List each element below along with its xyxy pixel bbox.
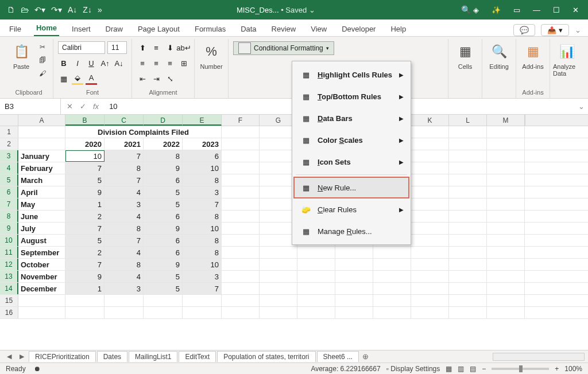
menu-icon-sets[interactable]: ▦Icon Sets▶ [293,151,409,173]
row-header[interactable]: 10 [0,235,18,246]
cut-icon[interactable]: ✂ [37,41,48,53]
tab-developer[interactable]: Developer [339,21,378,36]
cell[interactable] [449,247,487,258]
cell[interactable] [222,162,260,174]
cell[interactable] [411,186,449,198]
tab-page-layout[interactable]: Page Layout [136,21,182,36]
menu-new-rule[interactable]: ▦New Rule... [293,177,409,198]
orientation-icon[interactable]: ⤡ [164,72,176,85]
cell[interactable]: 7 [105,174,144,186]
cell[interactable] [297,307,335,318]
cell[interactable] [335,283,373,294]
col-header[interactable]: F [222,115,260,126]
tab-draw[interactable]: Draw [103,21,125,36]
cell[interactable]: November [18,271,65,282]
cell[interactable]: 6 [144,211,183,222]
cell[interactable]: 10 [65,150,105,162]
wand-icon[interactable]: ✨ [492,6,501,14]
display-settings[interactable]: ▫ Display Settings [386,365,440,373]
cell[interactable]: 4 [105,247,144,258]
cell[interactable] [487,138,525,150]
col-header[interactable]: M [487,115,525,126]
col-header[interactable]: E [183,115,222,126]
cell[interactable] [335,271,373,282]
cell[interactable]: 2022 [144,138,183,150]
cell[interactable]: 1 [65,198,105,210]
number-format-button[interactable]: % Number [199,41,223,70]
cell[interactable] [449,235,487,246]
cell[interactable]: 5 [144,283,183,294]
more-qat-icon[interactable]: » [98,5,102,14]
cell[interactable]: Division Complaints Filed [65,126,222,138]
cell[interactable]: January [18,150,65,162]
minimize-icon[interactable]: — [533,6,540,14]
cell[interactable]: 2 [65,211,105,222]
add-sheet-icon[interactable]: ⊕ [362,352,369,361]
col-header[interactable]: K [411,115,449,126]
align-middle-icon[interactable]: ≡ [150,41,162,54]
tab-view[interactable]: View [308,21,329,36]
row-header[interactable]: 5 [0,174,18,186]
cell[interactable] [373,307,411,318]
cell[interactable] [449,283,487,294]
cell[interactable] [449,211,487,222]
cell[interactable] [183,295,222,306]
share-button[interactable]: 📤 ▾ [541,24,569,36]
zoom-level[interactable]: 100% [564,365,582,373]
cell[interactable] [335,247,373,258]
col-header[interactable]: A [18,115,65,126]
cell[interactable] [411,223,449,234]
cell[interactable] [183,307,222,318]
analyze-data-button[interactable]: 📊Analyze Data [555,41,579,77]
cell[interactable]: 4 [105,211,144,222]
cell[interactable]: 4 [105,186,144,198]
menu-manage-rules[interactable]: ▦Manage Rules... [293,220,409,242]
format-painter-icon[interactable]: 🖌 [37,68,48,79]
cancel-icon[interactable]: ✕ [67,102,73,111]
col-header[interactable]: B [65,115,105,126]
cell[interactable]: 8 [183,211,222,222]
col-header[interactable]: L [449,115,487,126]
cell[interactable] [144,307,183,318]
maximize-icon[interactable]: ☐ [553,6,560,14]
cell[interactable] [222,174,260,186]
cell[interactable] [487,162,525,174]
view-normal-icon[interactable]: ▦ [446,365,452,373]
cell[interactable] [449,295,487,306]
decrease-indent-icon[interactable]: ⇤ [137,72,148,85]
cell[interactable]: 5 [144,198,183,210]
cell[interactable] [449,174,487,186]
view-page-layout-icon[interactable]: ▥ [458,365,464,373]
cell[interactable]: 3 [183,186,222,198]
cell[interactable]: 8 [183,174,222,186]
cell[interactable]: September [18,247,65,258]
cell[interactable]: 7 [105,150,144,162]
row-header[interactable]: 15 [0,295,18,306]
collapse-ribbon-icon[interactable]: ⌄ [575,26,581,34]
sheet-tab[interactable]: Dates [97,351,127,362]
cell[interactable] [297,295,335,306]
tab-file[interactable]: File [7,21,24,36]
diamond-icon[interactable]: ◈ [473,6,479,14]
row-header[interactable]: 16 [0,307,18,318]
cell[interactable] [260,283,297,294]
font-size-select[interactable]: 11 [107,41,127,54]
fx-icon[interactable]: fx [93,102,99,111]
cell[interactable] [222,295,260,306]
align-top-icon[interactable]: ⬆ [137,41,148,54]
cell[interactable] [411,211,449,222]
cell[interactable]: 7 [105,235,144,246]
cell[interactable]: March [18,174,65,186]
cell[interactable] [222,150,260,162]
cell[interactable]: 5 [65,235,105,246]
cell[interactable]: 7 [183,198,222,210]
cell[interactable]: 6 [183,150,222,162]
addins-button[interactable]: ▦Add-ins [521,41,545,70]
menu-color-scales[interactable]: ▦Color Scales▶ [293,129,409,151]
zoom-in-icon[interactable]: + [555,365,559,373]
cell[interactable] [373,259,411,270]
zoom-out-icon[interactable]: − [482,365,486,373]
cell[interactable] [335,295,373,306]
cell[interactable]: 8 [105,259,144,270]
copy-icon[interactable]: 🗐 [37,54,48,66]
